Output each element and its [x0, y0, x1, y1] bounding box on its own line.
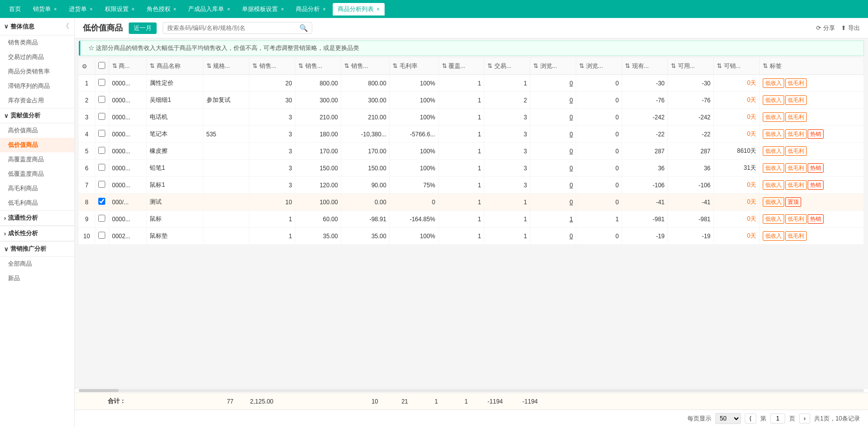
browse1-zero[interactable]: 0: [570, 131, 573, 138]
scrollbar-area[interactable]: [75, 389, 868, 393]
cell-checkbox[interactable]: [95, 126, 109, 143]
col-tag[interactable]: ⇅ 标签: [760, 58, 864, 75]
cell-browse1[interactable]: 1: [530, 211, 576, 228]
row-checkbox-1[interactable]: [98, 96, 105, 103]
total-label: 合计：: [108, 397, 138, 406]
browse1-zero[interactable]: 0: [570, 233, 573, 240]
page-number-input[interactable]: [770, 414, 785, 424]
cell-checkbox[interactable]: [95, 160, 109, 177]
sidebar-item-inventory-capital[interactable]: 库存资金占用: [0, 93, 74, 108]
nav-product-analysis[interactable]: 商品分析 ×: [291, 3, 331, 15]
close-product-inbound-icon[interactable]: ×: [227, 6, 230, 12]
col-browse2[interactable]: ⇅ 浏览...: [576, 58, 622, 75]
row-checkbox-6[interactable]: [98, 181, 105, 188]
row-checkbox-7[interactable]: [98, 198, 105, 205]
nav-product-analysis-list[interactable]: 商品分析列表 ×: [333, 3, 385, 15]
sidebar-collapse-button[interactable]: 《: [61, 21, 70, 32]
sidebar-item-high-coverage[interactable]: 高覆盖度商品: [0, 152, 74, 167]
browse1-zero[interactable]: 0: [570, 165, 573, 172]
row-checkbox-3[interactable]: [98, 130, 105, 137]
close-product-analysis-icon[interactable]: ×: [323, 6, 326, 12]
cell-checkbox[interactable]: [95, 75, 109, 92]
sidebar-item-high-margin[interactable]: 高毛利商品: [0, 181, 74, 196]
share-button[interactable]: ⟳ 分享: [816, 24, 835, 32]
row-checkbox-9[interactable]: [98, 232, 105, 239]
col-settings[interactable]: ⚙: [79, 58, 95, 75]
cell-checkbox[interactable]: [95, 211, 109, 228]
col-spec[interactable]: ⇅ 规格...: [203, 58, 249, 75]
col-gross-margin[interactable]: ⇅ 毛利率: [390, 58, 438, 75]
col-sale-qty[interactable]: ⇅ 销售...: [249, 58, 295, 75]
cell-checkbox[interactable]: [95, 92, 109, 109]
sidebar-item-high-value[interactable]: 高价值商品: [0, 123, 74, 138]
browse1-zero[interactable]: 0: [570, 80, 573, 87]
cell-sale-amount: 210.00: [341, 109, 390, 126]
sidebar-item-low-coverage[interactable]: 低覆盖度商品: [0, 167, 74, 181]
first-page-button[interactable]: ⟨: [745, 414, 756, 424]
cell-checkbox[interactable]: [95, 228, 109, 245]
nav-role-auth[interactable]: 角色授权 ×: [142, 3, 182, 15]
col-sale-price[interactable]: ⇅ 销售...: [295, 58, 341, 75]
row-checkbox-4[interactable]: [98, 147, 105, 154]
col-sale-amount[interactable]: ⇅ 销售...: [341, 58, 390, 75]
browse1-zero[interactable]: 0: [570, 148, 573, 155]
sidebar-item-low-margin[interactable]: 低毛利商品: [0, 196, 74, 210]
col-coverage[interactable]: ⇅ 覆盖...: [438, 58, 484, 75]
scrollbar-thumb[interactable]: [79, 389, 119, 392]
cell-checkbox[interactable]: [95, 177, 109, 194]
cell-checkbox[interactable]: [95, 194, 109, 211]
close-sales-order-icon[interactable]: ×: [54, 6, 57, 12]
cell-checkbox[interactable]: [95, 143, 109, 160]
table-row: 7 0000... 鼠标1 3 120.00 90.00 75% 1 3 0 0…: [79, 177, 864, 194]
col-current-stock[interactable]: ⇅ 现有...: [622, 58, 668, 75]
close-purchase-order-icon[interactable]: ×: [90, 6, 93, 12]
cell-sellable: 0天: [714, 109, 760, 126]
cell-browse1: 0: [530, 177, 576, 194]
col-sellable[interactable]: ⇅ 可销...: [714, 58, 760, 75]
nav-home[interactable]: 首页: [4, 3, 26, 15]
cell-name: 吴细细1: [147, 92, 203, 109]
col-browse1[interactable]: ⇅ 浏览...: [530, 58, 576, 75]
row-checkbox-2[interactable]: [98, 113, 105, 120]
nav-sales-order[interactable]: 销货单 ×: [28, 3, 62, 15]
col-code[interactable]: ⇅ 商...: [109, 58, 147, 75]
table-container[interactable]: ⚙ ⇅ 商... ⇅ 商品名称 ⇅ 规格... ⇅ 销售... ⇅ 销售... …: [75, 58, 868, 388]
nav-template-settings[interactable]: 单据模板设置 ×: [237, 3, 289, 15]
col-available[interactable]: ⇅ 可用...: [668, 58, 714, 75]
nav-product-inbound[interactable]: 产成品入库单 ×: [183, 3, 235, 15]
cell-checkbox[interactable]: [95, 109, 109, 126]
sidebar-item-traded-products[interactable]: 交易过的商品: [0, 50, 74, 64]
per-page-select[interactable]: 50 20 100: [715, 413, 741, 424]
time-filter-button[interactable]: 近一月: [129, 22, 157, 34]
sidebar-item-all-products[interactable]: 全部商品: [0, 257, 74, 271]
col-trade[interactable]: ⇅ 交易...: [484, 58, 530, 75]
row-checkbox-0[interactable]: [98, 79, 105, 86]
sidebar-item-sales-products[interactable]: 销售类商品: [0, 35, 74, 50]
scrollbar-track[interactable]: [79, 389, 864, 392]
browse1-link[interactable]: 1: [570, 216, 573, 223]
close-template-icon[interactable]: ×: [281, 6, 284, 12]
close-role-auth-icon[interactable]: ×: [174, 6, 177, 12]
select-all-checkbox[interactable]: [98, 62, 105, 69]
row-checkbox-8[interactable]: [98, 215, 105, 222]
browse1-zero[interactable]: 0: [570, 114, 573, 121]
col-name[interactable]: ⇅ 商品名称: [147, 58, 203, 75]
browse1-zero[interactable]: 0: [570, 199, 573, 206]
browse1-zero[interactable]: 0: [570, 97, 573, 104]
nav-permissions[interactable]: 权限设置 ×: [100, 3, 140, 15]
close-permissions-icon[interactable]: ×: [132, 6, 135, 12]
col-checkbox[interactable]: [95, 58, 109, 75]
nav-purchase-order[interactable]: 进货单 ×: [64, 3, 98, 15]
export-button[interactable]: ⬆ 导出: [841, 24, 860, 32]
row-checkbox-5[interactable]: [98, 164, 105, 171]
search-input[interactable]: [167, 24, 299, 31]
sidebar-item-low-value[interactable]: 低价值商品: [0, 138, 74, 152]
cell-available: -76: [668, 92, 714, 109]
sidebar-item-new-products[interactable]: 新品: [0, 271, 74, 286]
close-product-analysis-list-icon[interactable]: ×: [377, 6, 380, 12]
browse1-zero[interactable]: 0: [570, 182, 573, 189]
search-icon[interactable]: 🔍: [299, 24, 308, 32]
next-page-button[interactable]: ›: [799, 414, 810, 424]
sidebar-item-stagnant-products[interactable]: 滞销序列的商品: [0, 79, 74, 93]
sidebar-item-category-sales-rate[interactable]: 商品分类销售率: [0, 64, 74, 79]
